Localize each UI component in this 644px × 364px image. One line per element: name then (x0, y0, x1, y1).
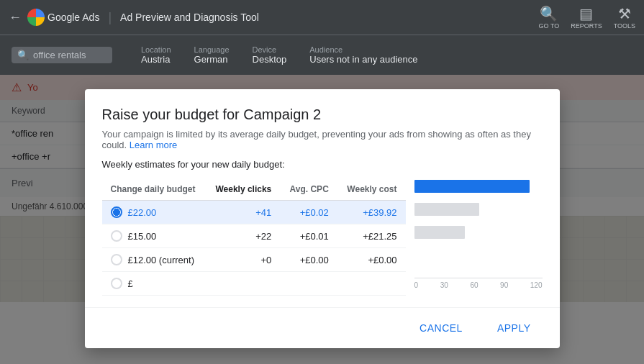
col-header-cost: Weekly cost (337, 178, 406, 201)
apply-button[interactable]: APPLY (486, 317, 543, 340)
top-bar: ← Google Ads | Ad Preview and Diagnosis … (0, 0, 644, 35)
top-bar-right: 🔍 GO TO ▤ REPORTS ⚒ TOOLS (539, 5, 635, 29)
app-name: Google Ads (47, 12, 99, 23)
chart-bar (414, 180, 530, 193)
radio-button[interactable] (111, 230, 122, 242)
chart-axis: 0 30 60 90 120 (414, 278, 543, 289)
chart-bar-row (414, 247, 543, 263)
budget-cell[interactable]: £12.00 (current) (102, 248, 206, 272)
tools-icon: ⚒ (614, 5, 635, 22)
radio-button[interactable] (111, 254, 122, 265)
col-header-cpc: Avg. CPC (280, 178, 337, 201)
divider: | (108, 10, 112, 25)
chart-bar-row (414, 178, 543, 194)
filter-language[interactable]: Language German (194, 45, 230, 65)
filter-location[interactable]: Location Austria (141, 45, 171, 65)
col-header-budget: Change daily budget (102, 178, 206, 201)
radio-button[interactable] (111, 206, 122, 218)
goto-button[interactable]: 🔍 GO TO (539, 5, 560, 29)
modal-title: Raise your budget for Campaign 2 (102, 106, 543, 123)
chart-bar (414, 226, 465, 239)
google-icon (27, 9, 45, 26)
tools-button[interactable]: ⚒ TOOLS (614, 5, 635, 29)
reports-icon: ▤ (571, 5, 602, 22)
chart-bar-row (414, 201, 543, 217)
filter-device[interactable]: Device Desktop (253, 45, 287, 65)
clicks-cell: +41 (206, 201, 280, 224)
modal-subtitle: Your campaign is limited by its average … (102, 129, 543, 150)
col-header-clicks: Weekly clicks (206, 178, 280, 201)
cpc-cell: +£0.00 (280, 248, 337, 272)
budget-table: Change daily budget Weekly clicks Avg. C… (102, 178, 406, 296)
budget-table-wrapper: Change daily budget Weekly clicks Avg. C… (102, 178, 406, 296)
cost-cell (337, 272, 406, 296)
chart-bars (414, 178, 543, 278)
learn-more-link[interactable]: Learn more (130, 140, 177, 150)
weekly-label: Weekly estimates for your new daily budg… (102, 159, 543, 170)
budget-cell[interactable]: £15.00 (102, 224, 206, 248)
modal-dialog: Raise your budget for Campaign 2 Your ca… (85, 89, 560, 348)
tool-title: Ad Preview and Diagnosis Tool (120, 12, 259, 23)
top-bar-left: ← Google Ads | Ad Preview and Diagnosis … (9, 9, 533, 26)
google-logo: Google Ads (27, 9, 99, 26)
main-content: ⚠ Yo Keyword *office ren +office +r Prev… (0, 75, 644, 364)
chart-bar (414, 203, 479, 216)
filter-audience[interactable]: Audience Users not in any audience (309, 45, 417, 65)
budget-cell[interactable]: £22.00 (102, 201, 206, 224)
reports-button[interactable]: ▤ REPORTS (571, 5, 602, 29)
cpc-cell: +£0.01 (280, 224, 337, 248)
cpc-cell (280, 272, 337, 296)
filter-bar: 🔍 office rentals Location Austria Langua… (0, 35, 644, 75)
modal-footer: CANCEL APPLY (85, 307, 560, 348)
radio-button[interactable] (111, 278, 122, 289)
filter-group: Location Austria Language German Device … (141, 45, 418, 65)
clicks-cell: +22 (206, 224, 280, 248)
clicks-cell (206, 272, 280, 296)
search-box[interactable]: 🔍 office rentals (12, 47, 112, 63)
chart-container: 0 30 60 90 120 (406, 178, 543, 296)
budget-cell[interactable]: £ (102, 272, 206, 296)
modal-overlay: Raise your budget for Campaign 2 Your ca… (0, 75, 644, 364)
budget-content: Change daily budget Weekly clicks Avg. C… (102, 178, 543, 296)
back-icon[interactable]: ← (9, 10, 22, 25)
chart-bar-row (414, 224, 543, 240)
search-text: office rentals (33, 50, 86, 60)
cancel-button[interactable]: CANCEL (408, 317, 474, 340)
clicks-cell: +0 (206, 248, 280, 272)
cost-cell: +£0.00 (337, 248, 406, 272)
modal-body: Weekly estimates for your new daily budg… (85, 159, 560, 307)
cpc-cell: +£0.02 (280, 201, 337, 224)
cost-cell: +£39.92 (337, 201, 406, 224)
goto-icon: 🔍 (539, 5, 560, 22)
cost-cell: +£21.25 (337, 224, 406, 248)
modal-header: Raise your budget for Campaign 2 Your ca… (85, 89, 560, 159)
search-icon: 🔍 (17, 50, 29, 60)
